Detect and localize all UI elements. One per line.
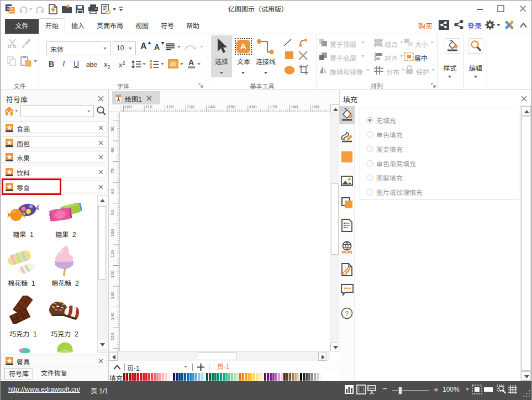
svg-text:?: ? [345, 309, 349, 318]
